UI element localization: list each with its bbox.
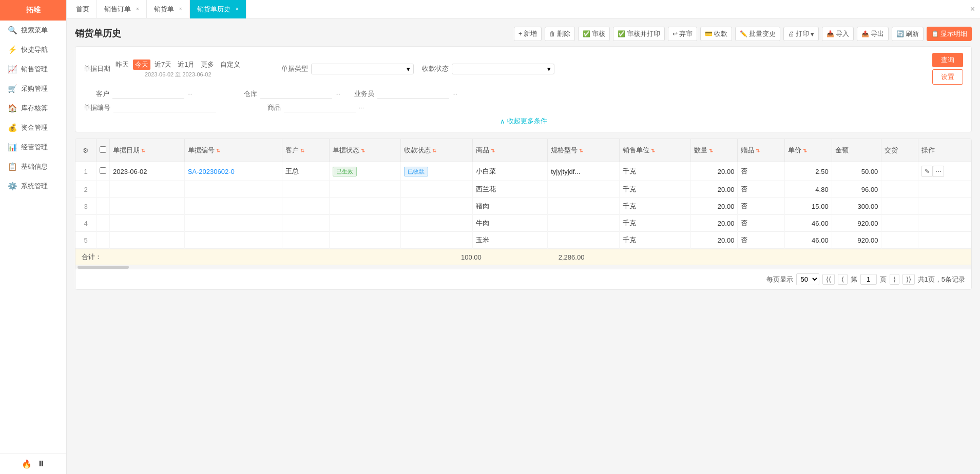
export-button[interactable]: 📤 导出 — [857, 27, 889, 41]
sidebar-item-basic-info[interactable]: 📋 基础信息 — [0, 157, 66, 176]
next-page-button[interactable]: ⟩ — [890, 274, 899, 285]
th-product-label: 商品 — [476, 146, 489, 155]
sales-mgmt-icon: 📈 — [8, 65, 17, 74]
query-button[interactable]: 查询 — [932, 53, 963, 67]
date-tab-yesterday[interactable]: 昨天 — [113, 60, 131, 70]
batch-change-icon: ✏️ — [740, 30, 747, 37]
tab-home[interactable]: 首页 — [72, 0, 97, 18]
last-page-button[interactable]: ⟩⟩ — [902, 274, 915, 285]
row-checkbox[interactable] — [100, 167, 106, 174]
th-checkbox — [97, 139, 110, 162]
salesperson-more-icon[interactable]: ··· — [452, 90, 457, 97]
th-sales-unit-sort[interactable]: 销售单位 ⇅ — [623, 146, 687, 155]
sidebar-item-finance[interactable]: 💰 资金管理 — [0, 118, 66, 137]
th-unit-price-sort[interactable]: 单价 ⇅ — [788, 146, 829, 155]
action-edit-button[interactable]: ✎ — [921, 166, 933, 177]
date-tab-7days[interactable]: 近7天 — [152, 60, 174, 70]
sidebar-item-operations[interactable]: 📊 经营管理 — [0, 137, 66, 157]
doc-type-select[interactable]: ▾ — [311, 64, 414, 74]
cell-collect-status — [401, 198, 472, 215]
sort-icon: ⇅ — [709, 148, 713, 153]
tab-sales-delivery[interactable]: 销货单 × — [147, 0, 190, 18]
th-actions-label: 操作 — [921, 146, 935, 154]
doc-num-input[interactable] — [113, 103, 216, 112]
date-tab-1month[interactable]: 近1月 — [176, 60, 197, 70]
cell-gift: 否 — [738, 181, 785, 198]
page-number-input[interactable] — [860, 274, 877, 285]
sidebar-bottom-icon1[interactable]: 🔥 — [22, 459, 32, 469]
cell-unit-price: 2.50 — [785, 162, 832, 181]
th-qty-sort[interactable]: 数量 ⇅ — [694, 146, 735, 155]
cell-collect-status — [401, 232, 472, 249]
collapse-button[interactable]: ∧ 收起更多条件 — [84, 116, 963, 126]
sidebar-item-quick-nav[interactable]: ⚡ 快捷导航 — [0, 40, 66, 60]
footer-label: 合计： — [82, 252, 102, 262]
table-settings-icon[interactable]: ⚙ — [79, 143, 93, 157]
date-tab-more[interactable]: 更多 — [199, 60, 216, 70]
date-tab-today[interactable]: 今天 — [133, 60, 150, 70]
review-print-button[interactable]: ✅ 审核并打印 — [613, 27, 665, 41]
product-more-icon[interactable]: ··· — [359, 104, 364, 111]
review-button[interactable]: ✅ 审核 — [578, 27, 610, 41]
tab-bar-close-button[interactable]: × — [970, 5, 975, 14]
table-row: 2西兰花千克20.00否4.8096.00 — [75, 181, 971, 198]
toolbar: + 新增 🗑 删除 ✅ 审核 ✅ 审核并打印 ↩ 弃审 — [514, 27, 972, 41]
select-all-checkbox[interactable] — [100, 146, 106, 153]
print-button[interactable]: 🖨 打印 ▾ — [783, 27, 819, 41]
delete-button[interactable]: 🗑 删除 — [545, 27, 575, 41]
sidebar-item-sales-mgmt[interactable]: 📈 销售管理 — [0, 60, 66, 79]
horizontal-scrollbar[interactable] — [75, 265, 971, 269]
customer-input[interactable] — [112, 89, 184, 98]
customer-more-icon[interactable]: ··· — [187, 90, 193, 97]
tab-sales-order[interactable]: 销售订单 × — [97, 0, 147, 18]
scroll-thumb[interactable] — [78, 266, 129, 269]
warehouse-more-icon[interactable]: ··· — [335, 90, 340, 97]
tab-sales-history[interactable]: 销货单历史 × — [190, 0, 246, 18]
set-button[interactable]: 设置 — [932, 69, 963, 85]
abandon-button[interactable]: ↩ 弃审 — [668, 27, 697, 41]
tab-sales-order-close[interactable]: × — [136, 6, 139, 12]
action-more-button[interactable]: ⋯ — [933, 166, 944, 177]
th-product-sort[interactable]: 商品 ⇅ — [476, 146, 545, 155]
th-doc-date-sort[interactable]: 单据日期 ⇅ — [113, 146, 181, 155]
search-menu-icon: 🔍 — [8, 26, 17, 35]
collapse-up-icon: ∧ — [500, 117, 505, 125]
collect-status-select[interactable]: ▾ — [452, 64, 554, 74]
delete-icon: 🗑 — [549, 30, 555, 37]
refresh-button[interactable]: 🔄 刷新 — [892, 27, 924, 41]
th-customer-label: 客户 — [285, 146, 299, 155]
show-detail-button[interactable]: 📋 显示明细 — [927, 27, 972, 41]
date-tab-custom[interactable]: 自定义 — [218, 60, 242, 70]
th-doc-num-sort[interactable]: 单据编号 ⇅ — [188, 146, 279, 155]
doc-num-link[interactable]: SA-20230602-0 — [188, 168, 235, 175]
sidebar-item-purchase-mgmt[interactable]: 🛒 采购管理 — [0, 79, 66, 98]
th-gift-sort[interactable]: 赠品 ⇅ — [741, 146, 781, 155]
product-input[interactable] — [284, 103, 356, 112]
warehouse-input[interactable] — [260, 89, 332, 98]
th-spec-type-sort[interactable]: 规格型号 ⇅ — [551, 146, 616, 155]
batch-change-button[interactable]: ✏️ 批量变更 — [735, 27, 780, 41]
import-button[interactable]: 📥 导入 — [822, 27, 854, 41]
sidebar-item-label: 搜索菜单 — [21, 26, 48, 35]
th-doc-status-sort[interactable]: 单据状态 ⇅ — [333, 146, 397, 155]
sidebar-item-inventory[interactable]: 🏠 库存核算 — [0, 98, 66, 118]
basic-info-icon: 📋 — [8, 162, 17, 171]
system-icon: ⚙️ — [8, 182, 17, 191]
import-icon: 📥 — [827, 30, 834, 37]
th-customer-sort[interactable]: 客户 ⇅ — [285, 146, 326, 155]
first-page-button[interactable]: ⟨⟨ — [822, 274, 835, 285]
salesperson-input[interactable] — [377, 89, 449, 98]
per-page-select[interactable]: 50 — [796, 273, 819, 285]
sidebar-item-search-menu[interactable]: 🔍 搜索菜单 — [0, 21, 66, 40]
collect-button[interactable]: 💳 收款 — [700, 27, 732, 41]
main-area: 首页 销售订单 × 销货单 × 销货单历史 × × 销货单历史 + 新增 — [67, 0, 980, 474]
new-button[interactable]: + 新增 — [514, 27, 542, 41]
date-tabs: 昨天 今天 近7天 近1月 更多 自定义 — [113, 60, 242, 70]
tab-sales-delivery-close[interactable]: × — [179, 6, 182, 12]
sidebar-item-system[interactable]: ⚙️ 系统管理 — [0, 176, 66, 196]
prev-page-button[interactable]: ⟨ — [838, 274, 848, 285]
th-collect-status-sort[interactable]: 收款状态 ⇅ — [404, 146, 469, 155]
sidebar-bottom-icon2[interactable]: ⏸ — [37, 459, 45, 469]
data-table: ⚙ 单据日期 ⇅ 单据编号 — [75, 139, 971, 249]
tab-sales-history-close[interactable]: × — [236, 6, 239, 12]
